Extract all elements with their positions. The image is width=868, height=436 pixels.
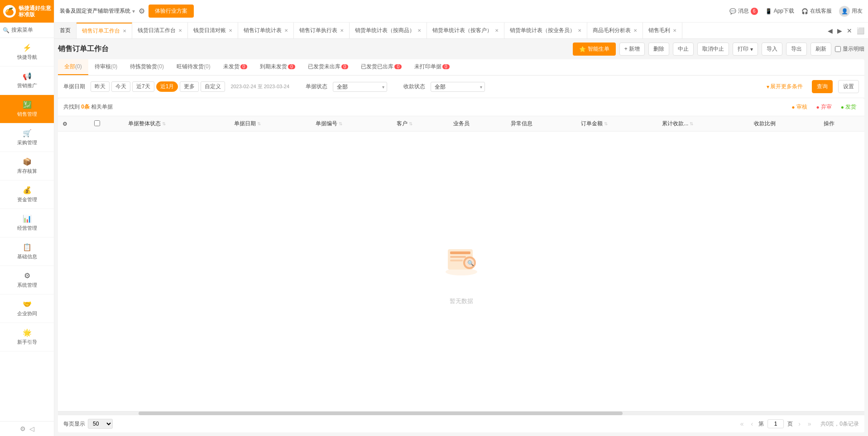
tab-close-sales-stats-product[interactable]: ✕ <box>417 28 421 33</box>
tab-home[interactable]: 首页 <box>54 23 77 39</box>
tab-close-product-margin[interactable]: ✕ <box>633 28 637 33</box>
settings-col-icon[interactable]: ⚙ <box>62 121 67 127</box>
sidebar-item-enterprise[interactable]: 🤝 企业协同 <box>0 294 54 323</box>
message-button[interactable]: 💬 消息 6 <box>729 7 758 15</box>
filter-date-btn-more[interactable]: 更多 <box>180 81 199 92</box>
sidebar-item-marketing[interactable]: 📢 营销推广 <box>0 66 54 95</box>
tab-close-all-button[interactable]: ✕ <box>845 25 854 36</box>
payment-select[interactable]: 全部 已收款 未收款 <box>431 82 485 92</box>
sidebar-item-operations[interactable]: 📊 经营管理 <box>0 209 54 237</box>
col-header-status[interactable]: 单据整体状态⇅ <box>124 116 230 132</box>
settings-bottom-icon[interactable]: ⚙ <box>20 425 26 432</box>
next-page-button[interactable]: › <box>796 419 802 428</box>
sidebar-search[interactable]: 🔍 搜索菜单 <box>0 23 54 38</box>
tab-sales-order-stats[interactable]: 销售订单统计表✕ <box>238 23 294 39</box>
subtab-overdue-not-shipped[interactable]: 到期未发货0 <box>254 59 302 75</box>
sidebar-item-guide[interactable]: 🌟 新手引导 <box>0 323 54 351</box>
tab-sales-stats-product[interactable]: 销货单统计表（按商品）✕ <box>350 23 427 39</box>
smart-gen-button[interactable]: ⭐ 智能生单 <box>573 43 616 56</box>
tab-close-sales-order-workbench[interactable]: ✕ <box>123 28 126 33</box>
refresh-button[interactable]: 刷新 <box>810 43 831 56</box>
subtab-pending-review[interactable]: 待审核(0) <box>88 59 124 75</box>
tab-cash-daily[interactable]: 钱货日清工作台✕ <box>132 23 188 39</box>
online-service-button[interactable]: 🎧 在线客服 <box>801 7 832 15</box>
horizontal-scrollbar[interactable] <box>58 411 864 415</box>
query-button[interactable]: 查询 <box>812 80 833 93</box>
ship-action-button[interactable]: ● 发货 <box>838 102 859 112</box>
subtab-shipped-not-out[interactable]: 已发货未出库0 <box>302 59 355 75</box>
tab-close-sales-stats-customer[interactable]: ✕ <box>495 28 499 33</box>
prev-page-button[interactable]: ‹ <box>749 419 755 428</box>
filter-date-btn-today[interactable]: 今天 <box>111 81 130 92</box>
col-header-date[interactable]: 单据日期⇅ <box>230 116 311 132</box>
subtab-shipped-out[interactable]: 已发货已出库0 <box>355 59 408 75</box>
sort-icon: ⇅ <box>162 121 166 126</box>
subtab-all[interactable]: 全部(0) <box>58 59 88 75</box>
page-size-select[interactable]: 10 20 50 100 <box>88 419 113 429</box>
status-select[interactable]: 全部 待审核 已审核 <box>333 82 387 92</box>
show-detail-checkbox[interactable]: 显示明细 <box>835 45 864 53</box>
tab-maximize-button[interactable]: ⬜ <box>855 25 866 36</box>
tab-label-cash-reconcile: 钱货日清对账 <box>193 27 226 34</box>
cancel-stop-button[interactable]: 取消中止 <box>697 43 729 56</box>
tab-close-sales-order-stats[interactable]: ✕ <box>284 28 288 33</box>
reject-action-button[interactable]: ● 弃审 <box>814 102 834 112</box>
print-button[interactable]: 打印 ▾ <box>733 43 758 56</box>
col-header-collected[interactable]: 累计收款...⇅ <box>657 116 749 132</box>
filter-date-btn-last7[interactable]: 近7天 <box>132 81 154 92</box>
first-page-button[interactable]: « <box>739 419 746 428</box>
sidebar-item-finance[interactable]: 💰 资金管理 <box>0 180 54 209</box>
tab-close-sales-order-exec[interactable]: ✕ <box>340 28 344 33</box>
tab-sales-stats-customer[interactable]: 销货单统计表（按客户）✕ <box>427 23 504 39</box>
sidebar-item-inventory[interactable]: 📦 库存核算 <box>0 152 54 180</box>
show-detail-input[interactable] <box>835 46 841 52</box>
scrollbar-thumb[interactable] <box>139 412 623 415</box>
expand-filter-button[interactable]: ▾ 展开更多条件 <box>767 83 803 90</box>
tab-close-sales-stats-staff[interactable]: ✕ <box>578 28 581 33</box>
col-header-amount[interactable]: 订单金额⇅ <box>576 116 657 132</box>
sidebar-item-quick-nav[interactable]: ⚡ 快捷导航 <box>0 38 54 66</box>
page-input[interactable] <box>767 419 784 428</box>
subtab-wangpu-pending[interactable]: 旺铺待发货(0) <box>170 59 217 75</box>
sidebar-item-basic-info[interactable]: 📋 基础信息 <box>0 237 54 266</box>
tab-scroll-right-button[interactable]: ▶ <box>835 25 844 36</box>
user-menu-button[interactable]: 👤 用友 <box>839 6 863 17</box>
new-button[interactable]: + 新增 <box>619 43 645 56</box>
tab-close-sales-profit[interactable]: ✕ <box>673 28 676 33</box>
industry-solution-button[interactable]: 体验行业方案 <box>149 5 194 18</box>
col-header-number[interactable]: 单据编号⇅ <box>311 116 392 132</box>
tab-sales-order-workbench[interactable]: 销售订单工作台✕ <box>77 23 132 39</box>
sidebar-item-system[interactable]: ⚙ 系统管理 <box>0 266 54 294</box>
topbar: 装备及固定资产辅助管理系统 ▾ ⚙ 体验行业方案 💬 消息 6 📱 App下载 … <box>54 0 868 23</box>
last-page-button[interactable]: » <box>806 419 813 428</box>
tab-scroll-left-button[interactable]: ◀ <box>826 25 834 36</box>
stop-button[interactable]: 中止 <box>673 43 694 56</box>
sidebar-item-sales[interactable]: 💹 销售管理 <box>0 95 54 123</box>
sidebar-item-purchase[interactable]: 🛒 采购管理 <box>0 123 54 152</box>
delete-button[interactable]: 删除 <box>648 43 669 56</box>
tab-cash-reconcile[interactable]: 钱货日清对账✕ <box>188 23 238 39</box>
col-header-abnormal: 异常信息 <box>506 116 576 132</box>
filter-date-btn-yesterday[interactable]: 昨天 <box>91 81 110 92</box>
empty-text: 暂无数据 <box>450 297 473 305</box>
subtab-not-shipped[interactable]: 未发货0 <box>217 59 254 75</box>
import-button[interactable]: 导入 <box>762 43 782 56</box>
filter-date-btn-custom[interactable]: 自定义 <box>201 81 225 92</box>
col-header-customer[interactable]: 客户⇅ <box>392 116 449 132</box>
select-all-checkbox[interactable] <box>94 120 100 126</box>
tab-product-margin[interactable]: 商品毛利分析表✕ <box>587 23 643 39</box>
subtab-pending-check[interactable]: 待拣货验货(0) <box>124 59 170 75</box>
tab-close-cash-daily[interactable]: ✕ <box>178 28 182 33</box>
tab-sales-profit[interactable]: 销售毛利✕ <box>643 23 682 39</box>
topbar-settings-icon[interactable]: ⚙ <box>139 7 145 15</box>
tab-close-cash-reconcile[interactable]: ✕ <box>229 28 232 33</box>
tab-sales-stats-staff[interactable]: 销货单统计表（按业务员）✕ <box>504 23 587 39</box>
subtab-not-printed[interactable]: 未打印单据0 <box>408 59 456 75</box>
collapse-icon[interactable]: ◁ <box>29 425 34 432</box>
setting-button[interactable]: 设置 <box>838 80 859 93</box>
filter-date-btn-last1month[interactable]: 近1月 <box>156 81 178 92</box>
review-action-button[interactable]: ● 审核 <box>789 102 810 112</box>
export-button[interactable]: 导出 <box>786 43 807 56</box>
app-download-button[interactable]: 📱 App下载 <box>765 7 794 15</box>
tab-sales-order-exec[interactable]: 销售订单执行表✕ <box>294 23 350 39</box>
